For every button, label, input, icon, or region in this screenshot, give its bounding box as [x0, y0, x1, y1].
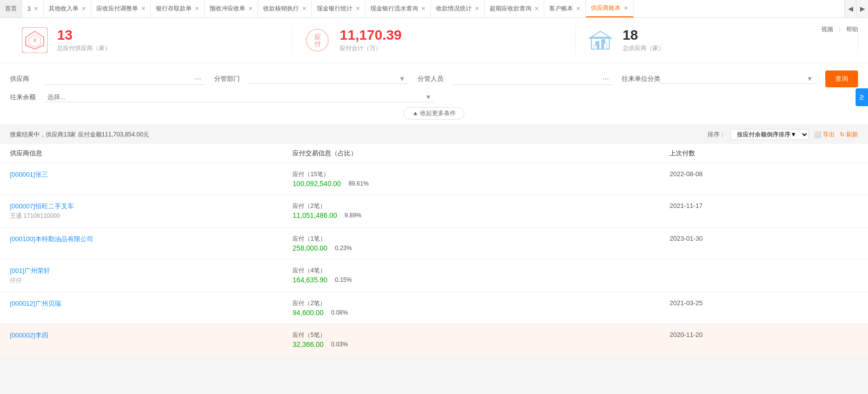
ai-badge[interactable]: Ai — [856, 88, 868, 106]
supplier-link[interactable]: [000001]张三 — [10, 171, 48, 178]
nav-tab-cash-bank-stat[interactable]: 现金银行统计 ✕ — [312, 0, 365, 17]
nav-tab-supplier-ledger[interactable]: 供应商账本 ✕ — [586, 0, 634, 17]
person-input[interactable] — [455, 75, 602, 82]
close-icon[interactable]: ✕ — [302, 5, 306, 12]
supplier-name: [001]广州荣轩 — [10, 266, 292, 275]
trans-row: 164,635.90 0.15% — [292, 276, 669, 284]
nav-tab-bank-deposit[interactable]: 银行存取款单 ✕ — [151, 0, 205, 17]
nav-next-button[interactable]: ▶ — [856, 0, 868, 18]
total-suppliers-icon — [585, 25, 615, 55]
category-input[interactable] — [663, 75, 805, 82]
close-icon[interactable]: ✕ — [576, 5, 580, 12]
close-icon[interactable]: ✕ — [624, 5, 628, 11]
supplier-name: [000001]张三 — [10, 170, 292, 179]
transaction-cell: 应付（1笔） 258,000.00 0.23% — [292, 235, 669, 252]
supplier-name: [000012]广州贝瑞 — [10, 299, 292, 308]
nav-tab-advance[interactable]: 预收冲应收单 ✕ — [205, 0, 258, 17]
supplier-name: [000007]恒旺二手叉车 — [10, 202, 292, 211]
table-row: [000001]张三 应付（15笔） 100,092,540.00 89.61%… — [0, 163, 868, 195]
supplier-cell: [000100]本特勤油品有限公司 — [10, 235, 292, 244]
col-header-last-pay: 上次付数 — [669, 149, 858, 158]
help-link[interactable]: 帮助 — [846, 26, 858, 33]
supplier-dots-icon[interactable]: ··· — [195, 74, 201, 83]
svg-rect-12 — [604, 43, 607, 49]
payable-total-label: 应付合计（万） — [340, 44, 402, 53]
close-icon[interactable]: ✕ — [81, 5, 86, 12]
transaction-cell: 应付（2笔） 94,600.00 0.08% — [292, 299, 669, 317]
transaction-cell: 应付（4笔） 164,635.90 0.15% — [292, 266, 669, 284]
trans-label: 应付（2笔） — [292, 299, 669, 308]
supplier-cell: [000007]恒旺二手叉车 王通 17106110000 — [10, 202, 292, 220]
stats-bar: ¥ 13 总应付供应商（家） 应 付 11,170.39 应付合计（万） — [0, 18, 868, 63]
collapse-button[interactable]: ▲ 收起更多条件 — [404, 107, 464, 120]
close-icon[interactable]: ✕ — [248, 5, 253, 12]
table-row: [000002]李四 应付（5笔） 32,366.00 0.03% 2020-1… — [0, 324, 868, 356]
payable-suppliers-icon: ¥ — [20, 25, 50, 55]
close-icon[interactable]: ✕ — [534, 5, 539, 12]
nav-tab-customer-ledger[interactable]: 客户账本 ✕ — [544, 0, 586, 17]
result-bar: 搜索结果中，供应商13家 应付金额111,703,854.00元 排序： 按应付… — [0, 125, 868, 144]
last-pay-date: 2022-08-08 — [669, 170, 703, 178]
nav-tab-ar-adjust[interactable]: 应收应付调整单 ✕ — [91, 0, 151, 17]
last-pay-date: 2020-11-20 — [669, 331, 703, 338]
category-dropdown-icon[interactable]: ▼ — [806, 75, 813, 82]
nav-tab-overdue[interactable]: 超期应收款查询 ✕ — [485, 0, 544, 17]
supplier-link[interactable]: [000100]本特勤油品有限公司 — [10, 235, 93, 243]
search-area: 供应商 ··· 分管部门 ▼ 分管人员 ··· 往来单位分类 ▼ — [0, 63, 868, 125]
last-pay-cell: 2021-03-25 — [669, 299, 858, 307]
search-row-1: 供应商 ··· 分管部门 ▼ 分管人员 ··· 往来单位分类 ▼ — [10, 70, 858, 87]
video-link[interactable]: 视频 — [821, 26, 833, 33]
dept-input[interactable] — [251, 75, 397, 82]
nav-tab-overdue-label: 超期应收款查询 — [490, 4, 531, 13]
svg-text:付: 付 — [314, 40, 321, 48]
trans-label: 应付（2笔） — [292, 202, 669, 210]
close-icon[interactable]: ✕ — [195, 5, 199, 12]
trans-label: 应付（4笔） — [292, 266, 669, 275]
sort-select[interactable]: 按应付余额倒序排序▼ — [730, 129, 809, 140]
trans-row: 11,051,486.00 9.89% — [292, 211, 669, 219]
nav-prev-button[interactable]: ◀ — [844, 0, 856, 18]
supplier-link[interactable]: [000012]广州贝瑞 — [10, 300, 61, 307]
nav-tab-collection[interactable]: 收款核销执行 ✕ — [258, 0, 312, 17]
transaction-cell: 应付（5笔） 32,366.00 0.03% — [292, 331, 669, 348]
nav-tab-3[interactable]: 3 ✕ — [22, 0, 44, 17]
data-table: 供应商信息 应付交易信息（占比） 上次付数 [000001]张三 应付（15笔）… — [0, 144, 868, 356]
table-row: [000012]广州贝瑞 应付（2笔） 94,600.00 0.08% 2021… — [0, 292, 868, 324]
transaction-info: 应付（2笔） 94,600.00 0.08% — [292, 299, 669, 317]
close-icon[interactable]: ✕ — [34, 5, 38, 12]
table-body: [000001]张三 应付（15笔） 100,092,540.00 89.61%… — [0, 163, 868, 356]
balance-dropdown-icon[interactable]: ▼ — [425, 93, 432, 101]
trans-percent: 89.61% — [349, 180, 369, 187]
supplier-link[interactable]: [000007]恒旺二手叉车 — [10, 202, 74, 210]
close-icon[interactable]: ✕ — [475, 5, 479, 12]
top-right-links: 视频 | 帮助 — [821, 25, 858, 34]
export-button[interactable]: ⬜ 导出 — [814, 131, 835, 139]
last-pay-cell: 2021-11-17 — [669, 202, 858, 209]
nav-tab-ar-adjust-label: 应收应付调整单 — [96, 4, 138, 13]
dept-dropdown-icon[interactable]: ▼ — [399, 75, 405, 82]
last-pay-cell: 2023-01-30 — [669, 235, 858, 242]
nav-tab-advance-label: 预收冲应收单 — [210, 4, 245, 13]
trans-percent: 0.15% — [335, 276, 352, 283]
supplier-link[interactable]: [001]广州荣轩 — [10, 267, 50, 274]
trans-amount: 94,600.00 — [292, 309, 323, 317]
supplier-input[interactable] — [47, 75, 195, 82]
query-button[interactable]: 查询 — [825, 70, 858, 87]
close-icon[interactable]: ✕ — [356, 5, 360, 12]
trans-amount: 32,366.00 — [292, 340, 323, 348]
nav-tab-cash-bank-flow[interactable]: 现金银行流水查询 ✕ — [365, 0, 431, 17]
supplier-cell: [000001]张三 — [10, 170, 292, 179]
dept-select-wrap: ▼ — [249, 74, 408, 84]
trans-amount: 11,051,486.00 — [292, 211, 337, 219]
nav-tab-other-income[interactable]: 其他收入单 ✕ — [44, 0, 91, 17]
trans-percent: 9.89% — [345, 212, 362, 219]
close-icon[interactable]: ✕ — [421, 5, 426, 12]
nav-tab-receipt-stat[interactable]: 收款情况统计 ✕ — [431, 0, 485, 17]
close-icon[interactable]: ✕ — [141, 5, 145, 12]
refresh-button[interactable]: ↻ 刷新 — [840, 131, 858, 139]
nav-tab-home[interactable]: 首页 — [0, 0, 22, 17]
supplier-link[interactable]: [000002]李四 — [10, 331, 48, 339]
trans-percent: 0.08% — [331, 309, 348, 316]
balance-input[interactable] — [47, 93, 423, 101]
person-dots-icon[interactable]: ··· — [602, 74, 609, 83]
